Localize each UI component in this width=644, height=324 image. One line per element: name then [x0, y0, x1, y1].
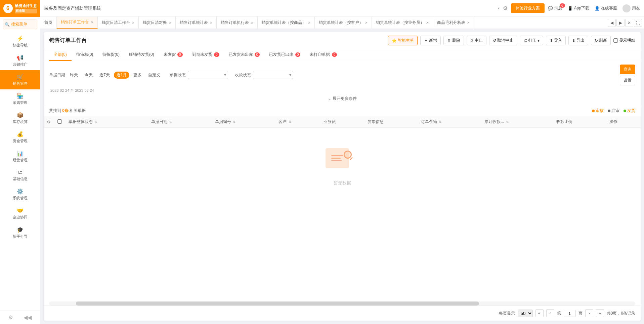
tab-margin-analysis[interactable]: 商品毛利分析表 ✕ — [433, 17, 474, 29]
user-menu-button[interactable]: 用友 — [622, 4, 640, 12]
th-checkbox[interactable] — [54, 116, 65, 128]
tab-close-sales-order[interactable]: ✕ — [91, 21, 93, 24]
sidebar-item-purchase[interactable]: 🏪 采购管理 — [0, 89, 40, 109]
tab-close-sales-exec[interactable]: ✕ — [251, 21, 253, 25]
tab-sales-exec[interactable]: 销售订单执行表 ✕ — [217, 17, 258, 29]
collapse-icon[interactable]: ◀◀ — [24, 314, 32, 321]
add-button[interactable]: ＋ 新增 — [420, 36, 441, 45]
page-first-button[interactable]: « — [535, 309, 544, 317]
cancel-audit-link[interactable]: 弃审 — [608, 108, 619, 114]
page-next-button[interactable]: › — [585, 309, 593, 317]
sub-tab-shipped-not-out[interactable]: 已发货未出库 0 — [224, 49, 265, 61]
expand-icon: ⌄ — [328, 96, 331, 101]
tabs-close-current-button[interactable]: ✕ — [625, 19, 633, 27]
date-opt-custom[interactable]: 自定义 — [145, 72, 163, 79]
tab-close-sales-stat[interactable]: ✕ — [210, 21, 212, 25]
sort-customer-icon[interactable]: ⇅ — [289, 120, 291, 124]
tabs-fullscreen-button[interactable]: ⛶ — [634, 19, 642, 27]
audit-link[interactable]: 审核 — [592, 108, 604, 114]
sidebar-item-capital[interactable]: 💰 资金管理 — [0, 128, 40, 147]
cancel-stop-button[interactable]: ↺ 取消中止 — [489, 36, 517, 45]
refresh-icon: ↻ — [595, 38, 598, 43]
ship-link[interactable]: 发货 — [624, 108, 635, 114]
page-number-input[interactable] — [564, 310, 576, 317]
sub-tab-shipped-out[interactable]: 已发货已出库 0 — [264, 49, 305, 61]
sort-date-icon[interactable]: ⇅ — [169, 120, 172, 124]
scroll-line-3 — [331, 160, 342, 161]
solution-button[interactable]: 体验行业方案 — [511, 3, 545, 13]
horizontal-scrollbar[interactable] — [49, 301, 635, 306]
smart-create-button[interactable]: ⭐ 智能生单 — [388, 36, 418, 45]
select-all-checkbox[interactable] — [57, 119, 62, 124]
expand-filters-button[interactable]: ⌄ 展开更多条件 — [328, 96, 357, 102]
export-button[interactable]: ⬇ 导出 — [568, 36, 588, 45]
date-opt-today[interactable]: 今天 — [82, 72, 95, 79]
sub-tab-pending-review[interactable]: 待审核(0) — [72, 49, 98, 61]
system-dropdown[interactable]: ▾ — [498, 6, 500, 10]
sort-overall-status-icon[interactable]: ⇅ — [94, 120, 97, 124]
tabs-scroll-left-button[interactable]: ◀ — [608, 19, 616, 27]
tab-close-cash-daily[interactable]: ✕ — [132, 21, 134, 25]
show-detail-checkbox-label: 显示明细 — [613, 38, 635, 43]
tab-close-sales-stat-customer[interactable]: ✕ — [365, 21, 368, 25]
status-select[interactable] — [188, 71, 228, 79]
sidebar-item-quick-nav[interactable]: ⚡ 快捷导航 — [0, 32, 40, 51]
search-menu-button[interactable]: 🔍 搜索菜单 — [3, 19, 37, 29]
refresh-button[interactable]: ↻ 刷新 — [591, 36, 611, 45]
tab-sales-order[interactable]: 销售订单工作台 ✕ — [57, 17, 98, 29]
topbar-settings-icon[interactable]: ⚙ — [503, 5, 508, 11]
sidebar-item-operations[interactable]: 📊 经营管理 — [0, 147, 40, 166]
tab-sales-stat-staff[interactable]: 销货单统计表（按业务员） ✕ — [372, 17, 433, 29]
tab-home[interactable]: 首页 — [40, 17, 57, 29]
sidebar-item-system[interactable]: ⚙️ 系统管理 — [0, 185, 40, 204]
message-button[interactable]: 💬 6 消息 — [548, 5, 562, 11]
tab-sales-stat-product[interactable]: 销货单统计表（按商品） ✕ — [258, 17, 315, 29]
sidebar-item-sales[interactable]: 🛒 销售管理 — [0, 70, 40, 89]
delete-button[interactable]: 🗑 删除 — [443, 36, 464, 45]
sub-tab-pending-inspect[interactable]: 待拣货(0) — [98, 49, 124, 61]
scrollbar-thumb[interactable] — [76, 301, 479, 306]
settings-filter-button[interactable]: 设置 — [620, 76, 635, 85]
tab-cash-daily[interactable]: 钱货日清工作台 ✕ — [98, 17, 139, 29]
sort-collected-icon[interactable]: ⇅ — [506, 120, 509, 124]
per-page-select[interactable]: 50 — [518, 310, 533, 317]
tab-cash-reconcile[interactable]: 钱货日清对账 ✕ — [139, 17, 176, 29]
sidebar-item-enterprise[interactable]: 🤝 企业协同 — [0, 204, 40, 223]
sort-amount-icon[interactable]: ⇅ — [439, 120, 441, 124]
tab-close-sales-stat-product[interactable]: ✕ — [308, 21, 310, 25]
show-detail-checkbox[interactable] — [613, 38, 618, 43]
sidebar-item-inventory[interactable]: 📦 库存核算 — [0, 109, 40, 128]
sub-tab-all[interactable]: 全部(0) — [49, 49, 72, 61]
tab-close-cash-reconcile[interactable]: ✕ — [169, 21, 171, 25]
tab-close-margin-analysis[interactable]: ✕ — [467, 21, 470, 25]
settings-bottom-icon[interactable]: ⚙ — [8, 314, 13, 321]
sort-number-icon[interactable]: ⇅ — [233, 120, 235, 124]
print-button[interactable]: 🖨 打印 ▾ — [520, 36, 543, 45]
import-button[interactable]: ⬆ 导入 — [546, 36, 566, 45]
date-opt-1month[interactable]: 近1月 — [114, 72, 130, 79]
tab-sales-stat[interactable]: 销售订单统计表 ✕ — [176, 17, 217, 29]
smart-icon: ⭐ — [392, 38, 397, 43]
payment-select[interactable] — [253, 71, 293, 79]
tab-sales-stat-customer[interactable]: 销货单统计表（按客户） ✕ — [315, 17, 372, 29]
sidebar-item-marketing[interactable]: 📢 营销推广 — [0, 51, 40, 70]
page-last-button[interactable]: » — [596, 309, 604, 317]
date-opt-7days[interactable]: 近7天 — [97, 72, 113, 79]
page-header: 销售订单工作台 ⭐ 智能生单 ＋ 新增 🗑 删除 ⊘ — [44, 32, 641, 49]
sub-tab-wangpu-ship[interactable]: 旺铺待发货(0) — [124, 49, 159, 61]
sub-tab-unprinted[interactable]: 未打印单据 0 — [305, 49, 342, 61]
tab-close-sales-stat-staff[interactable]: ✕ — [426, 21, 429, 25]
sub-tab-unshipped[interactable]: 未发货 0 — [159, 49, 187, 61]
stop-button[interactable]: ⊘ 中止 — [467, 36, 486, 45]
online-service-button[interactable]: 👤 在线客服 — [595, 5, 617, 11]
tabs-scroll-right-button[interactable]: ▶ — [616, 19, 625, 27]
date-opt-yesterday[interactable]: 昨天 — [67, 72, 81, 79]
query-button[interactable]: 查询 — [620, 65, 635, 74]
sidebar-item-basic[interactable]: 🗂 基础信息 — [0, 166, 40, 185]
page-prev-button[interactable]: ‹ — [546, 309, 554, 317]
app-download-button[interactable]: 📱 App下载 — [568, 5, 589, 11]
date-opt-more[interactable]: 更多 — [131, 72, 144, 79]
th-settings[interactable]: ⚙ — [44, 116, 54, 128]
sidebar-item-newbie[interactable]: 🎓 新手引导 — [0, 223, 40, 242]
sub-tab-overdue-unshipped[interactable]: 到期未发货 0 — [187, 49, 224, 61]
